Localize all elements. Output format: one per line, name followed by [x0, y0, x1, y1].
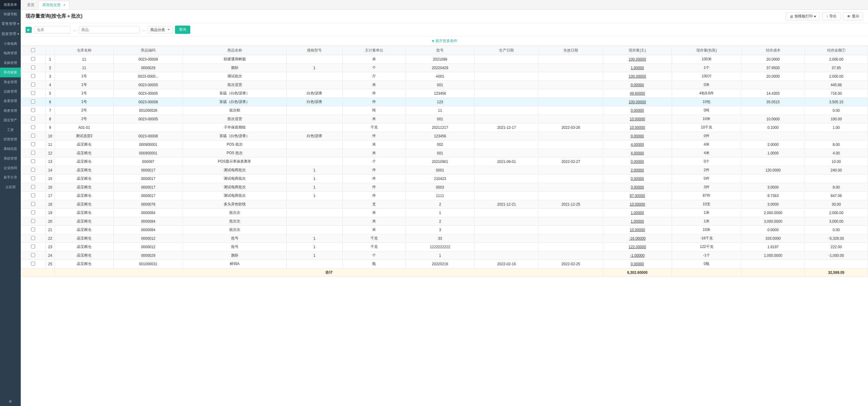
row-checkbox[interactable] [21, 183, 46, 192]
row-checkbox[interactable] [21, 115, 46, 123]
sidebar-item-collab[interactable]: 企业协同 [0, 163, 21, 173]
col-goods-name[interactable]: 商品名称 [183, 46, 287, 55]
row-qty-main[interactable]: 49.60000 [603, 89, 672, 98]
row-checkbox[interactable] [21, 174, 46, 183]
row-checkbox[interactable] [21, 149, 46, 158]
sidebar-item-wholesale[interactable]: 批发管理 ▾ [0, 29, 21, 39]
row-checkbox[interactable] [21, 226, 46, 234]
col-checkbox[interactable] [21, 46, 46, 55]
row-qty-main[interactable]: 0.00000 [603, 81, 672, 89]
row-checkbox[interactable] [21, 106, 46, 115]
row-qty-main[interactable]: 0.00000 [603, 260, 672, 268]
row-checkbox[interactable] [21, 234, 46, 243]
col-expire-date[interactable]: 失效日期 [539, 46, 603, 55]
col-warehouse[interactable]: 仓库名称 [55, 46, 114, 55]
row-checkbox[interactable] [21, 166, 46, 174]
sidebar-item-management[interactable]: 经营管理 [0, 135, 21, 144]
row-qty-main[interactable]: 3.00000 [603, 183, 672, 192]
sidebar-item-basic-info[interactable]: 基础信息 [0, 144, 21, 154]
show-hide-button[interactable]: 👁 显示 [843, 12, 863, 21]
sidebar-item-tax[interactable]: 税务管理 [0, 106, 21, 115]
row-checkbox[interactable] [21, 192, 46, 200]
row-qty-main[interactable]: 100.00000 [603, 72, 672, 81]
row-qty-main[interactable]: 0.00000 [603, 132, 672, 140]
row-qty-main[interactable]: 100.00000 [603, 55, 672, 64]
row-qty-main[interactable]: 4.00000 [603, 149, 672, 158]
row-qty-main[interactable]: -16.00000 [603, 234, 672, 243]
row-qty-main[interactable]: 10.00000 [603, 123, 672, 132]
sidebar-item-purchase[interactable]: 采购管理 [0, 58, 21, 68]
sidebar-item-system[interactable]: 系统管理 [0, 154, 21, 163]
row-checkbox[interactable] [21, 209, 46, 217]
row-qty-main[interactable]: 1.00000 [603, 209, 672, 217]
row-checkbox[interactable] [21, 260, 46, 268]
row-qty-main[interactable]: 122.00000 [603, 243, 672, 251]
row-checkbox[interactable] [21, 140, 46, 149]
print-button[interactable]: 🖨 按模板打印 ▾ [786, 12, 820, 21]
row-checkbox[interactable] [21, 123, 46, 132]
row-checkbox[interactable] [21, 217, 46, 226]
tab-batch-query[interactable]: 库存批次查 ✕ [38, 1, 69, 9]
sidebar-item-inventory[interactable]: 库存核算 [0, 68, 21, 77]
row-qty-main[interactable]: 2.00000 [603, 166, 672, 174]
col-qty-main[interactable]: 现存量(主) [603, 46, 672, 55]
row-unit-cost: 3.0000 [742, 200, 805, 209]
sidebar-item-small-ecom[interactable]: 小鱼电商 [0, 39, 21, 48]
sidebar-item-invoice[interactable]: 发票管理 [0, 96, 21, 106]
col-goods-code[interactable]: 商品编码 [114, 46, 183, 55]
row-qty-main[interactable]: 4.00000 [603, 140, 672, 149]
row-checkbox[interactable] [21, 251, 46, 260]
sidebar-search[interactable]: 搜索菜单 [0, 0, 21, 9]
row-checkbox[interactable] [21, 158, 46, 166]
sidebar-item-retail[interactable]: 零售管理 ▾ [0, 19, 21, 29]
sidebar-item-fixed-assets[interactable]: 固定资产 [0, 115, 21, 125]
expand-more-button[interactable]: ▼ 展开更多条件 [431, 38, 458, 43]
row-checkbox[interactable] [21, 98, 46, 106]
row-qty-main[interactable]: 10.00000 [603, 200, 672, 209]
sidebar-item-quick-nav[interactable]: 快捷导航 [0, 9, 21, 19]
row-qty-main[interactable]: 87.00000 [603, 192, 672, 200]
sidebar-item-cloud[interactable]: 云应用 [0, 182, 21, 192]
row-checkbox[interactable] [21, 64, 46, 72]
col-balance[interactable]: 结存金额① [805, 46, 868, 55]
row-qty-main[interactable]: -1.00000 [603, 251, 672, 260]
tab-close-icon[interactable]: ✕ [63, 3, 66, 7]
sidebar-item-payroll[interactable]: 工资 [0, 125, 21, 135]
export-button[interactable]: ↑ 导出 [822, 12, 841, 21]
col-unit-cost[interactable]: 结存成本 [742, 46, 805, 55]
query-button[interactable]: 查询 [175, 26, 190, 34]
row-qty-main[interactable]: 1.00000 [603, 217, 672, 226]
row-checkbox[interactable] [21, 89, 46, 98]
row-qty-main[interactable]: 100.00000 [603, 98, 672, 106]
col-unit[interactable]: 主计量单位 [342, 46, 405, 55]
row-checkbox[interactable] [21, 200, 46, 209]
col-qty-store[interactable]: 现存量(包装) [672, 46, 742, 55]
sidebar-settings[interactable]: ⚙ [0, 397, 21, 406]
sidebar-item-finance[interactable]: 资金管理 [0, 77, 21, 87]
warehouse-filter[interactable] [34, 26, 71, 34]
row-checkbox[interactable] [21, 72, 46, 81]
row-checkbox[interactable] [21, 243, 46, 251]
col-spec[interactable]: 规格型号 [287, 46, 343, 55]
row-balance: 3,505.15 [805, 98, 868, 106]
row-checkbox[interactable] [21, 132, 46, 140]
sidebar-item-ecom[interactable]: 电商管理 [0, 48, 21, 58]
row-qty-main[interactable]: 0.00000 [603, 158, 672, 166]
row-unit-cost: 0.0000 [742, 226, 805, 234]
category-filter[interactable]: 商品分类 [148, 26, 173, 34]
row-qty-main[interactable]: 1.00000 [603, 64, 672, 72]
goods-filter[interactable] [79, 26, 140, 34]
tab-home[interactable]: 首页 [23, 1, 38, 9]
filter-expand-button[interactable]: ▶ [26, 27, 32, 33]
sidebar-item-ledger[interactable]: 总账管理 [0, 87, 21, 96]
col-produce-date[interactable]: 生产日期 [474, 46, 539, 55]
select-all-checkbox[interactable] [31, 48, 35, 52]
row-qty-main[interactable]: 0.00000 [603, 106, 672, 115]
row-qty-main[interactable]: 0.00000 [603, 174, 672, 183]
row-checkbox[interactable] [21, 81, 46, 89]
row-checkbox[interactable] [21, 55, 46, 64]
row-qty-main[interactable]: 10.00000 [603, 226, 672, 234]
row-qty-main[interactable]: 10.00000 [603, 115, 672, 123]
col-batch[interactable]: 批号 [406, 46, 474, 55]
sidebar-item-guide[interactable]: 新手引导 [0, 173, 21, 182]
